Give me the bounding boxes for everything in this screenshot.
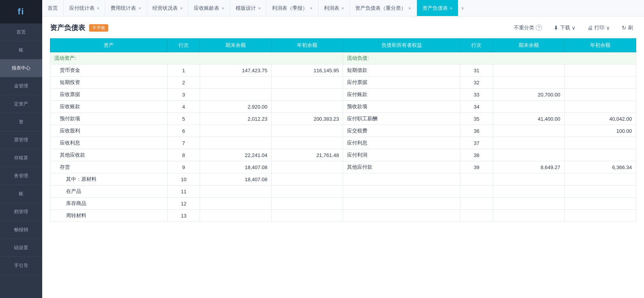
table-data-row[interactable]: 货币资金 1 147,423.75 116,145.95 短期借款 31 <box>50 64 636 77</box>
table-sub-row: 在产品 11 <box>50 186 636 198</box>
header-end-balance2: 期末余额 <box>493 39 564 52</box>
sidebar-item-reports[interactable]: 报表中心 <box>0 59 42 77</box>
print-btn[interactable]: 🖨 打印 ∨ <box>584 23 613 33</box>
table-data-row[interactable]: 应收账款 4 2,920.00 预收款项 34 <box>50 101 636 113</box>
sidebar-item-inventory[interactable]: 存核算 <box>0 149 42 167</box>
sidebar-item-fixed[interactable]: 定资产 <box>0 95 42 113</box>
tab-bs-active-close[interactable]: × <box>450 6 453 11</box>
header-begin-balance: 年初余额 <box>272 39 343 52</box>
liab-end-balance <box>493 77 564 89</box>
print-icon: 🖨 <box>587 25 593 31</box>
table-data-row[interactable]: 应收利息 7 应付利息 37 <box>50 137 636 149</box>
asset-name: 其他应收款 <box>50 149 168 161</box>
table-data-row[interactable]: 应收股利 6 应交税费 36 100.00 <box>50 125 636 137</box>
sub-liab-begin <box>564 198 636 210</box>
tab-bs-reclassified-close[interactable]: × <box>408 6 411 11</box>
sidebar-item-fund[interactable]: 金管理 <box>0 77 42 95</box>
sub-liab-begin <box>564 173 636 186</box>
sidebar-logo: fi <box>0 0 42 23</box>
tab-template-design[interactable]: 模版设计 × <box>230 0 267 16</box>
tab-payable-stats[interactable]: 应付统计表 × <box>64 0 105 16</box>
liability-name: 应交税费 <box>343 125 460 137</box>
table-data-row[interactable]: 其他应收款 8 22,241.04 21,761.48 应付利润 38 <box>50 149 636 161</box>
liability-name: 预收款项 <box>343 101 460 113</box>
liab-end-balance <box>493 125 564 137</box>
asset-begin-balance <box>272 89 343 101</box>
tab-scroll-right[interactable]: › <box>458 5 467 12</box>
download-btn[interactable]: ⬇ 下载 ∨ <box>551 23 579 33</box>
tab-bs-reclassified[interactable]: 资产负债表（重分类） × <box>350 0 417 16</box>
liab-row-num: 36 <box>460 125 493 137</box>
tab-expense-stats[interactable]: 费用统计表 × <box>105 0 147 16</box>
sidebar-item-tax[interactable]: 务管理 <box>0 167 42 185</box>
tab-profit-quarterly[interactable]: 利润表（季报） × <box>267 0 318 16</box>
tab-receivable-aging[interactable]: 应收账龄表 × <box>188 0 230 16</box>
liability-name: 应付职工薪酬 <box>343 113 460 125</box>
table-header-row: 资产 行次 期末余额 年初余额 负债和所有者权益 行次 期末余额 年初余额 <box>50 39 636 52</box>
liab-row-num: 35 <box>460 113 493 125</box>
asset-row-num: 9 <box>167 161 200 173</box>
download-icon: ⬇ <box>554 25 558 31</box>
table-category-row: 流动资产: 流动负债: <box>50 52 636 64</box>
sub-asset-row-num: 13 <box>167 210 200 222</box>
sidebar-item-guide[interactable]: 手引导 <box>0 257 42 275</box>
refresh-btn[interactable]: ↻ 刷 <box>619 23 636 33</box>
help-icon[interactable]: ? <box>536 25 542 31</box>
sidebar-item-settings[interactable]: 础设置 <box>0 239 42 257</box>
sidebar-item-ticket[interactable]: 票管理 <box>0 131 42 149</box>
liab-begin-balance <box>564 137 636 149</box>
liability-name: 应付利润 <box>343 149 460 161</box>
tab-home[interactable]: 首页 <box>42 0 64 16</box>
table-data-row[interactable]: 预付款项 5 2,012.23 200,383.23 应付职工薪酬 35 41,… <box>50 113 636 125</box>
asset-name: 应收股利 <box>50 125 168 137</box>
sidebar-item-sales[interactable]: 畅报销 <box>0 221 42 239</box>
asset-begin-balance: 200,383.23 <box>272 113 343 125</box>
sidebar-item-archive[interactable]: 档管理 <box>0 203 42 221</box>
asset-end-balance: 147,423.75 <box>200 64 272 77</box>
sub-liab-row-num <box>460 173 493 186</box>
asset-begin-balance: 21,761.48 <box>272 149 343 161</box>
table-data-row[interactable]: 短期投资 2 应付票据 32 <box>50 77 636 89</box>
tab-business-status-close[interactable]: × <box>180 6 182 11</box>
sidebar-item-home[interactable]: 首页 <box>0 23 42 41</box>
tab-payable-stats-close[interactable]: × <box>97 6 99 11</box>
sub-asset-end <box>200 210 272 222</box>
sub-asset-begin <box>272 210 343 222</box>
liab-end-balance <box>493 149 564 161</box>
sidebar-item-invest[interactable]: 资 <box>0 113 42 131</box>
toolbar-right: 不重分类 ? ⬇ 下载 ∨ 🖨 打印 ∨ ↻ 刷 <box>511 23 636 33</box>
liab-end-balance: 20,700.00 <box>493 89 564 101</box>
tab-receivable-aging-close[interactable]: × <box>222 6 224 11</box>
sidebar-item-ledger[interactable]: 账 <box>0 185 42 203</box>
liab-begin-balance: 100.00 <box>564 125 636 137</box>
refresh-icon: ↻ <box>622 25 626 31</box>
asset-begin-balance <box>272 137 343 149</box>
sidebar-item-payable[interactable]: 账 <box>0 41 42 59</box>
liab-row-num: 38 <box>460 149 493 161</box>
download-arrow: ∨ <box>572 25 576 31</box>
header-row-num2: 行次 <box>460 39 493 52</box>
tab-profit-quarterly-label: 利润表（季报） <box>272 5 308 12</box>
tab-template-design-close[interactable]: × <box>258 6 261 11</box>
tab-profit[interactable]: 利润表 × <box>318 0 350 16</box>
sub-asset-name: 库存商品 <box>50 198 168 210</box>
tab-business-status[interactable]: 经营状况表 × <box>147 0 188 16</box>
tab-profit-close[interactable]: × <box>342 6 344 11</box>
sub-liab-begin <box>564 186 636 198</box>
tab-expense-stats-close[interactable]: × <box>138 6 141 11</box>
sub-asset-begin <box>272 173 343 186</box>
liab-row-num: 32 <box>460 77 493 89</box>
table-data-row[interactable]: 存货 9 18,407.08 其他应付款 39 8,649.27 6,366.3… <box>50 161 636 173</box>
liab-end-balance: 41,400.00 <box>493 113 564 125</box>
liab-end-balance <box>493 137 564 149</box>
table-data-row[interactable]: 应收票据 3 应付账款 33 20,700.00 <box>50 89 636 101</box>
liab-row-num: 31 <box>460 64 493 77</box>
sub-liability-name <box>343 210 460 222</box>
category-asset-label: 流动资产: <box>50 52 343 64</box>
header-liability-equity: 负债和所有者权益 <box>343 39 460 52</box>
no-reclassify-btn[interactable]: 不重分类 ? <box>511 23 545 33</box>
tab-bs-active[interactable]: 资产负债表 × <box>417 0 458 16</box>
table-sub-row: 其中：原材料 10 18,407.08 <box>50 173 636 186</box>
tab-profit-quarterly-close[interactable]: × <box>310 6 312 11</box>
header-row-num: 行次 <box>167 39 200 52</box>
